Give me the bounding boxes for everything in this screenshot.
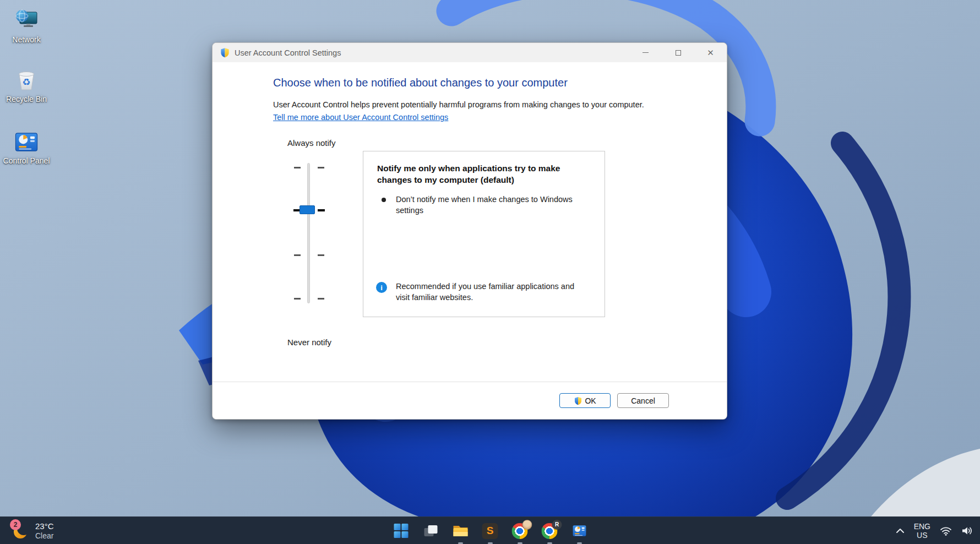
volume-button[interactable] — [961, 526, 973, 536]
uac-shield-icon — [220, 47, 230, 58]
file-explorer-button[interactable] — [452, 523, 469, 540]
taskbar-app-icons: S R — [393, 517, 588, 544]
slider-tick — [318, 254, 324, 256]
slider-tick — [294, 254, 301, 256]
task-view-button[interactable] — [422, 523, 439, 540]
network-status-button[interactable] — [940, 526, 952, 536]
minimize-icon — [643, 52, 649, 53]
always-notify-label: Always notify — [287, 138, 336, 148]
desktop-icon-label: Recycle Bin — [6, 95, 47, 104]
never-notify-label: Never notify — [287, 338, 331, 347]
running-indicator — [547, 542, 552, 544]
tell-me-more-link[interactable]: Tell me more about User Account Control … — [273, 113, 448, 122]
notification-level-description-box: Notify me only when applications try to … — [363, 151, 605, 317]
slider-tick — [318, 167, 324, 168]
wifi-icon — [940, 526, 952, 536]
slider-tick — [294, 167, 301, 168]
weather-moon-icon: 2 — [11, 521, 31, 541]
language-region: US — [917, 531, 927, 540]
control-panel-button[interactable] — [571, 523, 588, 540]
running-indicator — [488, 542, 493, 544]
uac-description: User Account Control helps prevent poten… — [273, 100, 669, 110]
weather-badge: 2 — [10, 519, 21, 530]
maximize-icon — [676, 50, 681, 56]
taskbar: 2 23°C Clear — [0, 516, 980, 544]
close-button[interactable]: ✕ — [694, 43, 727, 62]
svg-text:♻: ♻ — [22, 77, 30, 88]
dialog-footer: OK Cancel — [213, 382, 727, 419]
start-button[interactable] — [393, 523, 410, 540]
slider-tick — [294, 298, 301, 300]
language-switcher[interactable]: ENG US — [914, 522, 930, 540]
sublime-text-icon: S — [482, 523, 498, 539]
desktop-icon-label: Network — [12, 36, 40, 44]
language-code: ENG — [914, 522, 930, 531]
notification-slider-thumb[interactable] — [300, 205, 315, 214]
control-panel-icon — [13, 129, 40, 155]
speaker-icon — [961, 526, 973, 536]
ok-button[interactable]: OK — [559, 393, 611, 408]
running-indicator — [518, 542, 522, 544]
running-indicator — [577, 542, 582, 544]
network-icon — [13, 8, 40, 34]
window-titlebar[interactable]: User Account Control Settings ✕ — [213, 43, 727, 62]
slider-tick-selected — [318, 209, 325, 211]
recommendation-text: Recommended if you use familiar applicat… — [396, 281, 578, 303]
cancel-button[interactable]: Cancel — [617, 393, 669, 408]
minimize-button[interactable] — [629, 43, 662, 62]
windows-logo-icon — [393, 523, 409, 538]
desktop-icon-recycle-bin[interactable]: ♻ Recycle Bin — [3, 67, 50, 104]
level-bullet-text: Don’t notify me when I make changes to W… — [396, 194, 578, 216]
window-title: User Account Control Settings — [235, 48, 341, 57]
bullet-icon — [382, 198, 386, 202]
file-explorer-icon — [452, 523, 469, 539]
info-icon: i — [376, 282, 387, 293]
weather-condition: Clear — [35, 531, 54, 540]
chevron-up-icon — [896, 528, 905, 534]
desktop-icon-network[interactable]: Network — [3, 8, 50, 44]
slider-tick — [318, 298, 324, 300]
recycle-bin-icon: ♻ — [13, 67, 40, 94]
desktop-icon-label: Control Panel — [3, 157, 50, 165]
profile-letter-badge: R — [552, 520, 562, 530]
chrome-secondary-button[interactable]: R — [541, 523, 558, 540]
uac-shield-icon — [574, 396, 582, 405]
weather-widget[interactable]: 2 23°C Clear — [8, 517, 57, 544]
maximize-button[interactable] — [662, 43, 694, 62]
close-icon: ✕ — [707, 48, 714, 57]
system-tray: ENG US — [896, 517, 973, 544]
profile-avatar-badge — [522, 520, 532, 530]
tray-overflow-button[interactable] — [896, 528, 905, 534]
desktop-icon-control-panel[interactable]: Control Panel — [3, 129, 50, 165]
dialog-content: Choose when to be notified about changes… — [213, 62, 727, 382]
window-controls: ✕ — [629, 43, 727, 62]
notification-slider-track[interactable] — [307, 163, 310, 303]
ok-button-label: OK — [585, 396, 596, 405]
level-heading: Notify me only when applications try to … — [377, 163, 592, 186]
control-panel-icon — [571, 523, 587, 538]
running-indicator — [458, 542, 463, 544]
weather-texts: 23°C Clear — [35, 521, 54, 540]
sublime-text-button[interactable]: S — [482, 523, 499, 540]
task-view-icon — [423, 523, 438, 538]
page-title: Choose when to be notified about changes… — [273, 77, 568, 89]
weather-temperature: 23°C — [35, 521, 54, 531]
cancel-button-label: Cancel — [631, 396, 655, 405]
uac-settings-window: User Account Control Settings ✕ Choose w… — [212, 42, 727, 420]
chrome-profile-button[interactable] — [511, 523, 529, 540]
